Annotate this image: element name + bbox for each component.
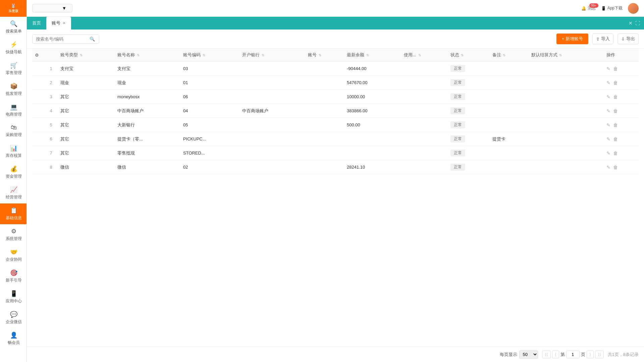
cell-account [305,90,344,104]
sidebar-item-wechat[interactable]: 💬 企业微信 [0,307,26,328]
col-default-payment[interactable]: 默认结算方式 ⇅ [529,49,604,62]
status-badge: 正常 [450,107,465,114]
col-name[interactable]: 账号名称 ⇅ [115,49,180,62]
action-icons: ✎ 🗑 [606,108,636,114]
prev-page-button[interactable]: ⟨ [552,351,559,358]
cell-usage [401,104,447,118]
delete-icon[interactable]: 🗑 [613,122,618,128]
col-account[interactable]: 账号 ⇅ [305,49,344,62]
cell-num: 8 [44,160,58,174]
cell-actions: ✎ 🗑 [604,90,639,104]
settings-icon[interactable]: ⚙ [35,53,39,58]
sort-balance-icon: ⇅ [366,53,369,57]
cell-bank [239,118,305,132]
tab-accounts[interactable]: 账号 ✕ [46,17,71,29]
sidebar-item-shortcut[interactable]: ⚡ 快捷导航 [0,38,26,58]
tab-action-minimize[interactable]: ✕ [629,20,633,26]
edit-icon[interactable]: ✎ [606,108,610,114]
cell-name: moneybosx [115,90,180,104]
sidebar-item-ecommerce[interactable]: 💻 电商管理 [0,100,26,121]
avatar[interactable] [628,3,639,14]
notification-button[interactable]: 🔔 消息 99+ [581,5,596,11]
sidebar-item-retail[interactable]: 🛒 零售管理 [0,58,26,79]
col-remark[interactable]: 备注 ⇅ [490,49,529,62]
cell-balance [344,132,401,146]
delete-icon[interactable]: 🗑 [613,94,618,100]
account-search-icon[interactable]: 🔍 [90,37,95,42]
sidebar-item-label: 库存核算 [6,153,22,159]
edit-icon[interactable]: ✎ [606,165,610,170]
edit-icon[interactable]: ✎ [606,122,610,128]
cell-default-payment [529,160,604,174]
edit-icon[interactable]: ✎ [606,136,610,142]
cell-default-payment [529,76,604,90]
sidebar-item-enterprise[interactable]: 🤝 企业协同 [0,245,26,266]
cell-code: PICKUPC... [180,132,239,146]
tab-action-expand[interactable]: ⛶ [635,20,640,26]
logo-icon: 🐰 [11,3,16,8]
col-code[interactable]: 账号编码 ⇅ [180,49,239,62]
basic-icon: 📋 [10,207,17,214]
col-bank[interactable]: 开户银行 ⇅ [239,49,305,62]
col-status[interactable]: 状态 ⇅ [448,49,490,62]
top-search-box[interactable]: ▼ [32,4,72,12]
cell-account [305,160,344,174]
edit-icon[interactable]: ✎ [606,94,610,100]
cell-account [305,146,344,160]
edit-icon[interactable]: ✎ [606,66,610,71]
per-page-select[interactable]: 50 100 [519,350,538,359]
sidebar-item-system[interactable]: ⚙ 系统管理 [0,224,26,245]
sidebar-item-operation[interactable]: 📈 经营管理 [0,183,26,203]
sort-usage-icon: ⇅ [418,53,421,57]
cell-name: 零售抵现 [115,146,180,160]
cell-bank: 中百商场账户 [239,104,305,118]
col-usage[interactable]: 使用... ⇅ [401,49,447,62]
tab-close-icon[interactable]: ✕ [62,21,66,25]
table-row: 7 其它 零售抵现 STORED... 正常 ✎ 🗑 [32,146,639,160]
first-page-button[interactable]: ⟨⟨ [542,351,551,358]
sidebar-item-guide[interactable]: 🎯 新手引导 [0,266,26,287]
tab-home[interactable]: 首页 [27,17,46,29]
delete-icon[interactable]: 🗑 [613,136,618,142]
cell-bank [239,146,305,160]
cell-remark [490,76,529,90]
delete-icon[interactable]: 🗑 [613,150,618,156]
page-number-input[interactable] [566,351,580,358]
sidebar-item-search[interactable]: 🔍 搜索菜单 [0,17,26,38]
cell-num: 6 [44,132,58,146]
add-account-button[interactable]: + 新增账号 [556,34,588,44]
sidebar-item-finance[interactable]: 💰 资金管理 [0,162,26,183]
guide-icon: 🎯 [10,269,17,277]
sidebar-item-purchase[interactable]: 🛍 采购管理 [0,121,26,141]
sort-type-icon: ⇅ [80,53,83,57]
account-search-box[interactable]: 🔍 [32,35,99,44]
ecommerce-icon: 💻 [10,103,17,111]
sidebar-item-wholesale[interactable]: 📦 批发管理 [0,79,26,100]
retail-icon: 🛒 [10,62,17,69]
sidebar-item-appcenter[interactable]: 📱 应用中心 [0,287,26,307]
delete-icon[interactable]: 🗑 [613,66,618,71]
next-page-button[interactable]: ⟩ [587,351,594,358]
col-balance[interactable]: 最新余额 ⇅ [344,49,401,62]
sidebar-item-basic[interactable]: 📋 基础信息 [0,203,26,224]
top-search-input[interactable] [35,6,62,11]
top-header: ▼ 🔔 消息 99+ 📱 App下载 [27,0,644,17]
account-search-input[interactable] [36,37,90,42]
app-download-button[interactable]: 📱 App下载 [601,5,623,11]
sidebar-item-member[interactable]: 👤 畅会员 [0,328,26,349]
sort-name-icon: ⇅ [137,53,140,57]
edit-icon[interactable]: ✎ [606,80,610,85]
cell-account [305,132,344,146]
cell-status: 正常 [448,132,490,146]
import-button[interactable]: ⇪ 导入 [592,34,613,44]
sidebar-item-inventory[interactable]: 📊 库存核算 [0,141,26,162]
delete-icon[interactable]: 🗑 [613,165,618,170]
delete-icon[interactable]: 🗑 [613,80,618,85]
header-left: ▼ [32,4,72,12]
last-page-button[interactable]: ⟩⟩ [595,351,604,358]
col-type[interactable]: 账号类型 ⇅ [58,49,115,62]
export-button[interactable]: ⇩ 导出 [618,34,639,44]
edit-icon[interactable]: ✎ [606,150,610,156]
delete-icon[interactable]: 🗑 [613,108,618,114]
cell-bank [239,90,305,104]
